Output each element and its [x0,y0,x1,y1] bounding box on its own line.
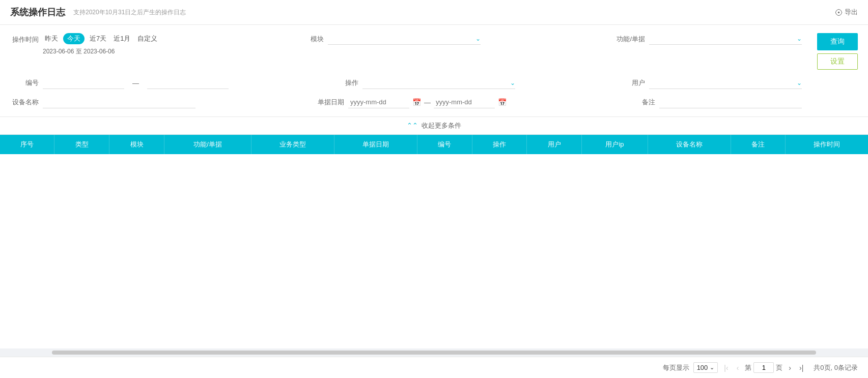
page-title: 系统操作日志 [10,6,65,18]
col-biz-type: 业务类型 [251,135,334,154]
remark-filter-item: 备注 [627,96,802,108]
table-header: 序号 类型 模块 功能/单据 业务类型 单据日期 编号 操作 用户 用户ip 设… [0,135,868,154]
col-user-ip: 用户ip [582,135,648,154]
pagination-bar: 每页显示 100 ⌄ |‹ ‹ 第 页 › ›| 共0页, 0条记录 [0,357,868,378]
col-index: 序号 [0,135,54,154]
page-size-value: 100 [697,364,708,371]
module-label: 模块 [295,35,324,44]
scrollbar-area[interactable] [0,348,868,357]
time-buttons: 昨天 今天 近7天 近1月 自定义 [43,33,159,44]
func-label: 功能/单据 [617,35,645,44]
col-type: 类型 [54,135,109,154]
settings-button[interactable]: 设置 [817,53,858,70]
table-header-row: 序号 类型 模块 功能/单据 业务类型 单据日期 编号 操作 用户 用户ip 设… [0,135,868,154]
time-btn-7days[interactable]: 近7天 [88,33,108,44]
col-number: 编号 [417,135,472,154]
number-input-start[interactable] [43,77,124,89]
col-voucher-date: 单据日期 [334,135,417,154]
collapse-bar[interactable]: ⌃⌃ 收起更多条件 [0,117,868,135]
device-label: 设备名称 [10,98,39,107]
user-select[interactable]: ⌄ [649,77,802,89]
time-btn-custom[interactable]: 自定义 [135,33,159,44]
date-input-start[interactable] [348,96,409,108]
time-range-text: 2023-06-06 至 2023-06-06 [43,47,159,56]
operation-label: 操作 [330,78,358,88]
module-filter-item: 模块 ⌄ [295,33,481,45]
time-btn-today[interactable]: 今天 [63,33,85,44]
filter-area: 操作时间 昨天 今天 近7天 近1月 自定义 2023-06-06 至 2023… [0,25,868,117]
next-page-button[interactable]: › [787,363,793,373]
page-number-input[interactable] [753,362,774,373]
module-select[interactable]: ⌄ [328,33,481,45]
col-remark: 备注 [731,135,786,154]
scrollbar-thumb [52,351,816,355]
col-device: 设备名称 [648,135,731,154]
calendar-icon-end[interactable]: 📅 [498,98,507,106]
func-filter-item: 功能/单据 ⌄ [617,33,802,45]
time-label: 操作时间 [10,33,39,44]
number-dash: — [132,79,139,87]
date-dash: — [424,99,431,106]
remark-input[interactable] [659,96,802,108]
table-container: 序号 类型 模块 功能/单据 业务类型 单据日期 编号 操作 用户 用户ip 设… [0,135,868,348]
data-table: 序号 类型 模块 功能/单据 业务类型 单据日期 编号 操作 用户 用户ip 设… [0,135,868,154]
page-size-chevron: ⌄ [710,364,714,371]
device-input[interactable] [43,96,195,108]
query-button[interactable]: 查询 [817,33,858,50]
page-header: 系统操作日志 支持2020年10月31日之后产生的操作日志 🖸 导出 [0,0,868,25]
user-filter-item: 用户 ⌄ [617,77,802,89]
time-btn-yesterday[interactable]: 昨天 [43,33,60,44]
number-filter-item: 编号 — [10,77,229,89]
number-label: 编号 [10,78,39,88]
page-size-select[interactable]: 100 ⌄ [693,362,718,373]
module-chevron-icon: ⌄ [475,35,481,42]
voucher-date-label: 单据日期 [316,98,344,107]
func-chevron-icon: ⌄ [797,35,802,42]
collapse-icon: ⌃⌃ [407,122,418,129]
action-buttons: 查询 设置 [817,33,858,70]
number-input-end[interactable] [147,77,229,89]
per-page-label: 每页显示 [663,363,689,372]
page-subtitle: 支持2020年10月31日之后产生的操作日志 [73,8,186,17]
col-func: 功能/单据 [164,135,251,154]
col-op-time: 操作时间 [786,135,868,154]
date-input-end[interactable] [434,96,495,108]
operation-chevron-icon: ⌄ [510,79,515,86]
prev-page-button[interactable]: ‹ [735,363,741,373]
calendar-icon-start[interactable]: 📅 [412,98,421,106]
page-unit: 页 [776,363,782,372]
total-info: 共0页, 0条记录 [814,363,858,372]
export-label: 导出 [845,8,858,17]
time-btn-1month[interactable]: 近1月 [111,33,132,44]
collapse-label: 收起更多条件 [422,122,461,129]
page-label: 第 [745,363,751,372]
operation-select[interactable]: ⌄ [362,77,515,89]
func-select[interactable]: ⌄ [649,33,802,45]
page-info: 第 页 [745,362,782,373]
date-input-wrap: 📅 — 📅 [348,96,507,108]
voucher-date-filter-item: 单据日期 📅 — 📅 [316,96,507,108]
page-container: 系统操作日志 支持2020年10月31日之后产生的操作日志 🖸 导出 操作时间 … [0,0,868,378]
operation-filter-item: 操作 ⌄ [330,77,515,89]
device-filter-item: 设备名称 [10,96,195,108]
export-icon: 🖸 [835,8,843,17]
user-label: 用户 [617,78,645,88]
last-page-button[interactable]: ›| [797,363,805,373]
time-filter: 昨天 今天 近7天 近1月 自定义 2023-06-06 至 2023-06-0… [43,33,159,56]
col-module: 模块 [109,135,164,154]
first-page-button[interactable]: |‹ [722,363,730,373]
col-user: 用户 [527,135,582,154]
time-filter-item: 操作时间 昨天 今天 近7天 近1月 自定义 2023-06-06 至 2023… [10,33,159,56]
col-operation: 操作 [472,135,527,154]
user-chevron-icon: ⌄ [797,79,802,86]
empty-area [0,154,868,332]
remark-label: 备注 [627,98,655,107]
export-button[interactable]: 🖸 导出 [835,8,858,17]
